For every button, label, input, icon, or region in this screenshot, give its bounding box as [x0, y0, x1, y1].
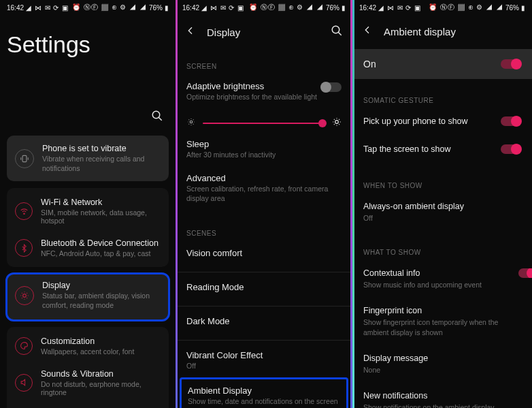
search-icon[interactable]	[151, 110, 163, 125]
status-right-icons: ⏰ ⓃⒻ ▦ ⊕ ⚙ ◢ ◢	[72, 3, 147, 12]
item-always-on[interactable]: Always-on ambient displayOff	[352, 193, 532, 231]
horizon-light-left	[176, 0, 178, 408]
ambient-display-screen: 16:42◢ ⋈ ✉ ⟳ ▣ ⏰ ⓃⒻ ▦ ⊕ ⚙ ◢ ◢76%▮ Ambien…	[352, 0, 532, 408]
item-dark-mode[interactable]: Dark Mode	[176, 311, 352, 336]
settings-item-sound[interactable]: Sounds & VibrationDo not disturb, earpho…	[7, 362, 169, 403]
item-new-notifications[interactable]: New notificationsShow notifications on t…	[352, 383, 532, 408]
horizon-light-left	[352, 0, 354, 408]
pickup-toggle[interactable]	[501, 116, 521, 126]
svg-point-5	[23, 213, 24, 215]
svg-point-6	[23, 294, 27, 298]
settings-item-wifi[interactable]: Wi-Fi & NetworkSIM, mobile network, data…	[7, 191, 169, 232]
item-tap[interactable]: Tap the screen to show	[352, 136, 532, 164]
status-bar: 16:42 ◢ ⋈ ✉ ⟳ ▣ ⏰ ⓃⒻ ▦ ⊕ ⚙ ◢ ◢ 76% ▮	[0, 0, 176, 15]
item-display-message[interactable]: Display messageNone	[352, 345, 532, 383]
brightness-thumb[interactable]	[318, 119, 327, 127]
settings-screen: 16:42 ◢ ⋈ ✉ ⟳ ▣ ⏰ ⓃⒻ ▦ ⊕ ⚙ ◢ ◢ 76% ▮ Set…	[0, 0, 176, 408]
svg-point-10	[190, 121, 193, 123]
vibrate-sub: Vibrate when receiving calls and notific…	[42, 155, 161, 173]
adaptive-brightness-toggle[interactable]	[321, 82, 342, 92]
settings-item-buttons[interactable]: Buttons & GesturesAlert slider, navigati…	[7, 403, 169, 408]
svg-point-11	[335, 120, 339, 123]
item-pickup[interactable]: Pick up your phone to show	[352, 108, 532, 136]
bluetooth-icon	[15, 239, 33, 257]
back-button[interactable]	[185, 25, 196, 39]
item-fingerprint[interactable]: Fingerprint iconShow fingerprint icon te…	[352, 298, 532, 345]
vibrate-icon	[15, 149, 34, 168]
svg-point-0	[152, 111, 160, 119]
back-button[interactable]	[362, 25, 373, 38]
status-bar: 16:42◢ ⋈ ✉ ⟳ ▣ ⏰ ⓃⒻ ▦ ⊕ ⚙ ◢ ◢76%▮	[352, 0, 532, 15]
status-bar: 16:42◢ ⋈ ✉ ⟳ ▣ ⏰ ⓃⒻ ▦ ⊕ ⚙ ◢ ◢76%▮	[176, 0, 352, 15]
ambient-on-row[interactable]: On	[352, 49, 532, 79]
wifi-icon	[15, 202, 33, 220]
section-when: WHEN TO SHOW	[352, 164, 532, 193]
page-title: Settings	[0, 15, 176, 110]
brightness-low-icon	[186, 117, 196, 129]
item-adaptive-brightness[interactable]: Adaptive brightness Optimize brightness …	[176, 76, 352, 110]
settings-item-display[interactable]: DisplayStatus bar, ambient display, visi…	[7, 274, 169, 319]
palette-icon	[15, 337, 33, 355]
vibrate-banner[interactable]: Phone is set to vibrate Vibrate when rec…	[7, 136, 169, 181]
sound-icon	[15, 374, 33, 392]
brightness-slider[interactable]	[176, 110, 352, 134]
battery-icon: ▮	[165, 4, 169, 12]
svg-point-8	[332, 26, 339, 33]
settings-item-bluetooth[interactable]: Bluetooth & Device ConnectionNFC, Androi…	[7, 232, 169, 264]
status-left-icons: ◢ ⋈ ✉ ⟳ ▣	[26, 4, 69, 12]
svg-line-9	[338, 32, 342, 35]
battery-icon: ▮	[521, 4, 525, 12]
item-ambient-display[interactable]: Ambient Display Show time, date and noti…	[181, 379, 347, 408]
section-scenes: SCENES	[176, 212, 352, 242]
header-title: Display	[207, 27, 320, 38]
display-icon	[15, 286, 34, 305]
item-vision-comfort[interactable]: Vision comfort	[176, 242, 352, 268]
section-somatic: SOMATIC GESTURE	[352, 79, 532, 108]
item-advanced[interactable]: Advanced Screen calibration, refresh rat…	[176, 168, 352, 211]
status-battery: 76%	[149, 4, 163, 12]
display-screen: 16:42◢ ⋈ ✉ ⟳ ▣ ⏰ ⓃⒻ ▦ ⊕ ⚙ ◢ ◢76%▮ Displa…	[176, 0, 352, 408]
item-vibrant-color[interactable]: Vibrant Color Effect Off	[176, 345, 352, 379]
item-sleep[interactable]: Sleep After 30 minutes of inactivity	[176, 134, 352, 168]
item-contextual[interactable]: Contextual infoShow music info and upcom…	[352, 260, 532, 298]
section-screen: SCREEN	[176, 45, 352, 76]
svg-rect-2	[22, 155, 27, 161]
item-reading-mode[interactable]: Reading Mode	[176, 277, 352, 302]
status-time: 16:42	[7, 4, 24, 12]
vibrate-title: Phone is set to vibrate	[42, 144, 161, 153]
ambient-on-toggle[interactable]	[501, 59, 521, 69]
contextual-toggle[interactable]	[518, 268, 532, 278]
section-what: WHAT TO SHOW	[352, 231, 532, 260]
brightness-high-icon	[332, 117, 342, 129]
battery-icon: ▮	[342, 4, 346, 12]
header-title: Ambient display	[384, 26, 522, 37]
tap-toggle[interactable]	[501, 144, 521, 154]
search-icon[interactable]	[331, 25, 343, 40]
svg-line-1	[159, 117, 162, 121]
settings-item-customization[interactable]: CustomizationWallpapers, accent color, f…	[7, 330, 169, 362]
